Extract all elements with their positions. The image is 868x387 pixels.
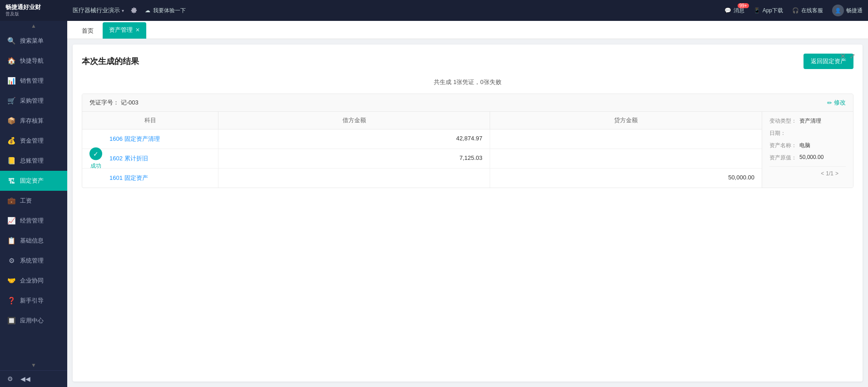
- sidebar-item-purchase[interactable]: 🛒 采购管理: [0, 91, 67, 111]
- sidebar-settings-btn[interactable]: ⚙: [7, 375, 13, 382]
- td-credit-3: 50,000.00: [490, 169, 762, 188]
- sidebar-item-purchase-label: 采购管理: [20, 97, 44, 105]
- side-date: 日期：: [769, 129, 846, 137]
- sidebar-item-fixed-assets[interactable]: 🏗 固定资产: [0, 171, 67, 191]
- page-next-icon[interactable]: >: [835, 170, 838, 177]
- sidebar-item-ledger-label: 总账管理: [20, 157, 44, 165]
- sidebar-item-guide[interactable]: ❓ 新手引导: [0, 291, 67, 311]
- purchase-icon: 🛒: [7, 97, 15, 105]
- enterprise-icon: 🤝: [7, 277, 15, 285]
- sidebar-item-system[interactable]: ⚙ 系统管理: [0, 251, 67, 271]
- sidebar-item-ledger[interactable]: 📒 总账管理: [0, 151, 67, 171]
- avatar-icon: 👤: [835, 8, 841, 14]
- th-credit-label: 贷方金额: [614, 117, 638, 124]
- messages-btn[interactable]: 💬 消息 99+: [724, 7, 744, 15]
- debit-value-1: 42,874.97: [456, 135, 482, 142]
- tab-home-label: 首页: [82, 27, 94, 34]
- voucher-header: 凭证字号： 记-003 ✏ 修改: [82, 94, 853, 112]
- page-prev-icon[interactable]: <: [821, 170, 824, 177]
- tab-bar: 首页 资产管理 ✕: [67, 21, 868, 39]
- voucher-card: 凭证字号： 记-003 ✏ 修改 科目: [82, 94, 853, 188]
- sidebar: ▲ 🔍 搜索菜单 🏠 快捷导航 📊 销售管理 🛒 采购管理 📦 库存核算: [0, 21, 67, 387]
- sidebar-item-operations-label: 经营管理: [20, 217, 44, 225]
- panel-controls: ✕ ⤢: [840, 52, 855, 60]
- edit-label: 修改: [834, 99, 846, 107]
- success-text: 成功: [90, 162, 101, 170]
- page-indicator: 1/1: [826, 170, 833, 177]
- sidebar-item-enterprise[interactable]: 🤝 企业协同: [0, 271, 67, 291]
- th-subject: 科目: [82, 112, 218, 129]
- subject-link-2[interactable]: 1602 累计折旧: [109, 155, 148, 162]
- expand-panel-btn[interactable]: ⤢: [849, 52, 855, 60]
- app-center-icon: 🔲: [7, 317, 15, 325]
- payroll-icon: 💼: [7, 197, 15, 205]
- page-title: 本次生成的结果: [82, 56, 139, 67]
- sidebar-item-quick-nav[interactable]: 🏠 快捷导航: [0, 51, 67, 71]
- change-type-value: 资产清理: [799, 117, 821, 125]
- table-row: 1601 固定资产 50,000.00: [82, 169, 762, 188]
- header-right: 💬 消息 99+ 📱 App下载 🎧 在线客服 👤 畅捷通: [724, 5, 863, 16]
- sidebar-scroll-up[interactable]: ▲: [0, 21, 67, 31]
- sidebar-item-payroll-label: 工资: [20, 197, 32, 205]
- edit-icon: ✏: [827, 99, 832, 106]
- sidebar-item-inventory[interactable]: 📦 库存核算: [0, 111, 67, 131]
- online-service-btn[interactable]: 🎧 在线客服: [792, 7, 823, 15]
- side-change-type: 变动类型： 资产清理: [769, 117, 846, 125]
- subject-link-3[interactable]: 1601 固定资产: [109, 174, 148, 181]
- debit-value-2: 7,125.03: [459, 154, 482, 161]
- subject-link-1[interactable]: 1606 固定资产清理: [109, 135, 160, 142]
- td-debit-1: 42,874.97: [218, 129, 490, 149]
- tab-close-icon[interactable]: ✕: [135, 27, 140, 33]
- voucher-side-panel: 变动类型： 资产清理 日期： 资产名称： 电脑 资产原值：: [762, 112, 853, 188]
- table-body: ✓ 成功 1606 固定资产清理 42,874.97: [82, 129, 762, 188]
- sidebar-item-search-label: 搜索菜单: [20, 37, 44, 45]
- search-icon: 🔍: [7, 37, 15, 45]
- sidebar-collapse-btn[interactable]: ◀◀: [20, 375, 30, 382]
- sidebar-item-system-label: 系统管理: [20, 257, 44, 265]
- table-row: 1602 累计折旧 7,125.03: [82, 149, 762, 169]
- app-edition: 普及版: [5, 11, 19, 17]
- sidebar-item-app-center[interactable]: 🔲 应用中心: [0, 311, 67, 331]
- settings-icon-btn[interactable]: [128, 4, 141, 17]
- td-debit-3: [218, 169, 490, 188]
- gear-icon: [131, 7, 138, 14]
- voucher-number: 凭证字号： 记-003: [89, 99, 139, 107]
- sidebar-item-sales[interactable]: 📊 销售管理: [0, 71, 67, 91]
- inventory-icon: 📦: [7, 117, 15, 125]
- edit-button[interactable]: ✏ 修改: [827, 99, 846, 107]
- operations-icon: 📈: [7, 217, 15, 225]
- fixed-assets-icon: 🏗: [7, 177, 15, 185]
- sidebar-item-inventory-label: 库存核算: [20, 117, 44, 125]
- sidebar-item-basic-info[interactable]: 📋 基础信息: [0, 231, 67, 251]
- credit-value-3: 50,000.00: [728, 174, 754, 181]
- sidebar-scroll-down[interactable]: ▼: [0, 360, 67, 370]
- user-area[interactable]: 👤 畅捷通: [832, 5, 863, 16]
- success-indicator: ✓ 成功: [89, 148, 102, 170]
- online-service-label: 在线客服: [801, 7, 823, 15]
- messages-badge: 99+: [738, 3, 749, 8]
- tab-home[interactable]: 首页: [74, 23, 101, 39]
- scroll-up-arrow: ▲: [31, 23, 36, 29]
- page-content: 本次生成的结果 返回固定资产 共生成 1张凭证，0张失败 凭证字号： 记-003…: [73, 45, 863, 382]
- experience-btn[interactable]: ☁ 我要体验一下: [145, 7, 186, 15]
- funds-icon: 💰: [7, 137, 15, 145]
- sidebar-item-basic-info-label: 基础信息: [20, 237, 44, 245]
- download-icon: 📱: [754, 7, 760, 14]
- sidebar-item-funds[interactable]: 💰 资金管理: [0, 131, 67, 151]
- app-download-btn[interactable]: 📱 App下载: [754, 7, 783, 15]
- summary-row: 共生成 1张凭证，0张失败: [82, 78, 853, 86]
- sidebar-item-operations[interactable]: 📈 经营管理: [0, 211, 67, 231]
- th-debit-label: 借方金额: [342, 117, 366, 124]
- cloud-icon: ☁: [145, 7, 150, 14]
- service-icon: 🎧: [792, 7, 799, 14]
- sidebar-item-payroll[interactable]: 💼 工资: [0, 191, 67, 211]
- sidebar-item-search[interactable]: 🔍 搜索菜单: [0, 31, 67, 51]
- sidebar-item-fixed-assets-label: 固定资产: [20, 177, 44, 185]
- company-selector[interactable]: 医疗器械行业演示 ▾: [73, 6, 124, 15]
- sidebar-item-quick-nav-label: 快捷导航: [20, 57, 44, 65]
- close-panel-btn[interactable]: ✕: [840, 52, 846, 60]
- sidebar-bottom: ⚙ ◀◀: [0, 370, 67, 387]
- tab-asset-mgmt[interactable]: 资产管理 ✕: [103, 22, 146, 39]
- asset-name-label: 资产名称：: [769, 142, 797, 149]
- td-credit-1: [490, 129, 762, 149]
